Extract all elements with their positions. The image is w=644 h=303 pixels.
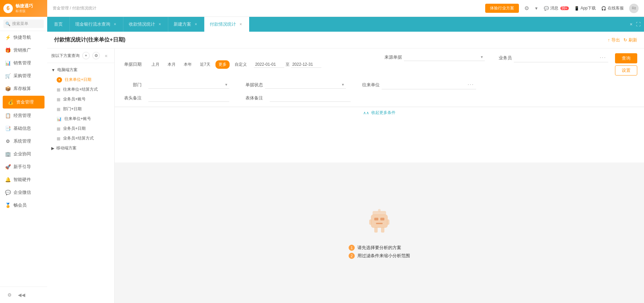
date-start-input[interactable] [254,61,284,68]
main-content: 资金管理 / 付款情况统计 体验行业方案 ⚙ ▼ 💬 消息 99+ 📱 App下… [47,0,644,303]
scheme-item-partner-settle[interactable]: ▦ 往来单位+结算方式 [47,85,114,94]
sidebar-item-sales[interactable]: 📊 销售管理 [0,57,47,69]
service-label: 在线客服 [608,5,624,11]
export-btn[interactable]: ↑ 导出 [608,37,620,43]
svg-rect-7 [381,227,384,233]
collapse-sidebar-btn[interactable]: ◀◀ [17,290,26,300]
scheme-settings-btn[interactable]: ⚙ [92,52,100,59]
bank-flow-tab-close[interactable]: × [112,22,118,27]
operations-label: 经营管理 [13,113,31,119]
source-doc-select[interactable]: ▾ [404,53,485,61]
sidebar-item-hardware[interactable]: 🔔 智能硬件 [0,173,47,186]
app-download-btn[interactable]: 📱 App下载 [574,5,596,11]
notifications-label: 消息 [550,5,558,11]
dept-select[interactable]: ▾ [148,81,229,89]
new-scheme-tab-close[interactable]: × [193,22,199,27]
partner-dots[interactable]: ··· [468,82,474,88]
collapse-scheme-btn[interactable]: « [103,52,110,59]
sidebar-item-system[interactable]: ⚙ 系统管理 [0,135,47,148]
date-btn-last-month[interactable]: 上月 [148,60,163,69]
tab-payment-stats[interactable]: 付款情况统计 × [204,17,249,32]
tab-home[interactable]: 首页 [47,17,70,32]
sidebar-item-marketing[interactable]: 🎁 营销推广 [0,44,47,57]
sidebar-header: 6 畅捷通巧 标准版 [0,0,47,17]
svg-rect-5 [387,219,389,225]
scheme-item-salesman-settle[interactable]: ▦ 业务员+结算方式 [47,133,114,143]
sales-icon: 📊 [5,60,11,66]
table-icon-3: ▦ [57,107,60,112]
scheme-item-dept-date[interactable]: ▦ 部门+日期 [47,104,114,114]
scheme-item-partner-account[interactable]: 📊 往来单位+账号 [47,114,114,124]
sidebar-item-purchase[interactable]: 🛒 采购管理 [0,69,47,82]
sidebar-item-inventory[interactable]: 📦 库存核算 [0,82,47,95]
date-btn-more[interactable]: 更多 [215,60,230,69]
sidebar-item-guide[interactable]: 🚀 新手引导 [0,160,47,173]
step-2-num: 2 [349,253,355,259]
add-scheme-btn[interactable]: + [82,52,90,59]
salesman-select[interactable]: ··· [514,53,608,62]
source-doc-dropdown-icon: ▾ [481,55,483,59]
search-icon: 🔍 [5,22,10,26]
search-section[interactable]: 🔍 搜索菜单 [0,17,47,31]
empty-illustration [359,204,400,238]
wechat-icon: 💬 [5,189,11,195]
bank-flow-tab-label: 现金银行流水查询 [75,21,110,27]
search-menu-btn[interactable]: 🔍 搜索菜单 [3,20,44,28]
sidebar-item-vip[interactable]: 🏅 畅会员 [0,199,47,212]
settings-footer-btn[interactable]: ⚙ [5,290,14,300]
sales-label: 销售管理 [13,60,31,66]
scheme-panel-body: ▼ 电脑端方案 ● 往来单位+日期 ▦ 往来单位+结算方式 ▦ 业务员+账号 [47,63,114,303]
date-end-input[interactable] [291,61,321,68]
collapse-more-btn[interactable]: ∧∧ 收起更多条件 [115,107,644,118]
gear-icon[interactable]: ⚙ [524,5,529,11]
logo-info: 畅捷通巧 标准版 [16,3,33,13]
setting-btn[interactable]: 设置 [615,65,637,75]
sidebar-item-operations[interactable]: 📋 经营管理 [0,109,47,122]
sidebar-item-quick-nav[interactable]: ⚡ 快捷导航 [0,31,47,44]
mobile-group-header[interactable]: ▶ 移动端方案 [47,143,114,153]
tab-receipt-stats[interactable]: 收款情况统计 × [123,17,168,32]
notifications-btn[interactable]: 💬 消息 99+ [544,5,569,11]
marketing-label: 营销推广 [13,47,31,53]
receipt-stats-tab-close[interactable]: × [157,22,163,27]
basic-info-label: 基础信息 [13,125,31,131]
tab-close-all-btn[interactable]: × [630,22,633,27]
avatar[interactable]: Rit [629,4,639,13]
date-btn-custom[interactable]: 自定义 [232,60,250,69]
page-header-actions: ↑ 导出 ↻ 刷新 [608,37,638,43]
sidebar-item-capital[interactable]: 💰 资金管理 [3,96,45,109]
sidebar-item-enterprise[interactable]: 🏢 企业协同 [0,148,47,160]
scheme-item-partner-date[interactable]: ● 往来单位+日期 [47,75,114,85]
tab-bank-flow[interactable]: 现金银行流水查询 × [70,17,123,32]
date-btn-this-year[interactable]: 本年 [181,60,195,69]
chart-icon-1: 📊 [57,117,62,121]
top-bar: 资金管理 / 付款情况统计 体验行业方案 ⚙ ▼ 💬 消息 99+ 📱 App下… [47,0,644,17]
doc-status-select[interactable]: ▾ [265,81,346,89]
sidebar-item-wechat[interactable]: 💬 企业微信 [0,186,47,199]
online-service-btn[interactable]: 🎧 在线客服 [601,5,624,11]
date-btn-this-month[interactable]: 本月 [165,60,179,69]
header-note-input[interactable] [148,94,229,102]
pc-group-header[interactable]: ▼ 电脑端方案 [47,65,114,75]
partner-select[interactable]: ··· [382,80,476,89]
pc-group-label: 电脑端方案 [57,67,78,73]
filter-section: 单据日期 上月 本月 本年 近7天 更多 自定义 至 [115,49,644,107]
date-label: 单据日期 [121,61,142,67]
body-note-input[interactable] [270,94,351,102]
scheme-item-salesman-date[interactable]: ▦ 业务员+日期 [47,124,114,133]
query-btn[interactable]: 查询 [615,53,637,63]
quick-nav-icon: ⚡ [5,34,11,40]
trial-btn[interactable]: 体验行业方案 [485,4,519,13]
search-label: 搜索菜单 [12,21,28,27]
sidebar-item-basic-info[interactable]: 📑 基础信息 [0,122,47,135]
salesman-label: 业务员 [492,55,512,61]
payment-stats-tab-close[interactable]: × [238,22,243,27]
dropdown-icon[interactable]: ▼ [534,6,538,11]
tab-expand-btn[interactable]: ⛶ [636,22,641,27]
capital-icon: 💰 [7,99,13,105]
salesman-dots[interactable]: ··· [600,55,606,61]
tab-new-scheme[interactable]: 新建方案 × [168,17,204,32]
refresh-btn[interactable]: ↻ 刷新 [623,37,637,43]
scheme-item-salesman-account[interactable]: ▦ 业务员+账号 [47,94,114,104]
date-btn-last-7[interactable]: 近7天 [197,60,213,69]
